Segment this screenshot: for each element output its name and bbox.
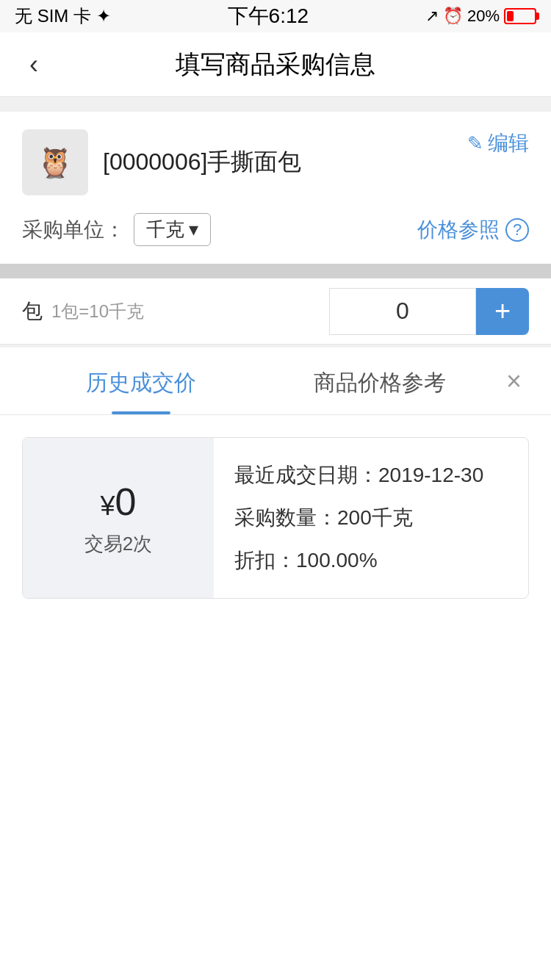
discount-value: 100.00% xyxy=(296,549,378,572)
quantity-input[interactable]: 0 xyxy=(329,288,476,335)
price-reference-button[interactable]: 价格参照 ? xyxy=(417,216,529,244)
help-icon: ? xyxy=(505,218,529,242)
discount-label: 折扣： xyxy=(234,549,296,572)
product-top-row: 🦉 [0000006]手撕面包 ✎ 编辑 xyxy=(22,129,529,195)
status-left: 无 SIM 卡 ✦ xyxy=(15,4,111,28)
currency-symbol: ¥ xyxy=(101,491,115,521)
header: ‹ 填写商品采购信息 xyxy=(0,32,551,97)
qty-value: 200千克 xyxy=(337,506,413,529)
divider xyxy=(0,264,551,278)
unit-dropdown-icon: ▾ xyxy=(189,218,198,241)
product-image: 🦉 xyxy=(22,129,88,195)
trade-date-row: 最近成交日期：2019-12-30 xyxy=(234,460,508,491)
page-title: 填写商品采购信息 xyxy=(176,48,375,82)
unit-selector[interactable]: 千克 ▾ xyxy=(134,213,211,246)
unit-value: 千克 xyxy=(146,217,184,242)
history-details: 最近成交日期：2019-12-30 采购数量：200千克 折扣：100.00% xyxy=(214,438,528,598)
date-label: 最近成交日期： xyxy=(234,464,378,486)
trade-count: 交易2次 xyxy=(84,531,152,557)
product-name: [0000006]手撕面包 xyxy=(103,146,301,179)
product-info: 🦉 [0000006]手撕面包 xyxy=(22,129,301,195)
quantity-label: 包 1包=10千克 xyxy=(22,298,144,325)
status-time: 下午6:12 xyxy=(228,2,309,30)
product-card: 🦉 [0000006]手撕面包 ✎ 编辑 采购单位： 千克 ▾ 价格参照 ? xyxy=(0,112,551,264)
quantity-row: 包 1包=10千克 0 + xyxy=(0,278,551,345)
history-price-value: ¥0 xyxy=(101,480,137,524)
location-icon: ↗ xyxy=(425,7,439,26)
plus-button[interactable]: + xyxy=(476,288,529,335)
close-button[interactable]: × xyxy=(499,359,529,404)
tab-history-price[interactable]: 历史成交价 xyxy=(22,347,260,414)
history-content: ¥0 交易2次 最近成交日期：2019-12-30 采购数量：200千克 折扣：… xyxy=(0,415,551,621)
history-price-summary: ¥0 交易2次 xyxy=(23,438,214,598)
status-bar: 无 SIM 卡 ✦ 下午6:12 ↗ ⏰ 20% xyxy=(0,0,551,32)
unit-conversion-text: 1包=10千克 xyxy=(51,300,144,323)
unit-label: 采购单位： xyxy=(22,216,125,244)
edit-button[interactable]: ✎ 编辑 xyxy=(467,129,529,157)
product-bottom-row: 采购单位： 千克 ▾ 价格参照 ? xyxy=(22,213,529,246)
quantity-controls: 0 + xyxy=(329,288,529,335)
purchase-qty-row: 采购数量：200千克 xyxy=(234,502,508,533)
status-right: ↗ ⏰ 20% xyxy=(425,7,536,26)
tab-product-price-ref[interactable]: 商品价格参考 xyxy=(260,347,498,414)
alarm-icon: ⏰ xyxy=(443,7,463,26)
battery-icon xyxy=(504,8,536,24)
battery-percent: 20% xyxy=(467,7,500,26)
discount-row: 折扣：100.00% xyxy=(234,545,508,576)
bottom-area xyxy=(0,621,551,980)
edit-icon: ✎ xyxy=(467,132,483,155)
back-button[interactable]: ‹ xyxy=(22,42,46,87)
unit-name: 包 xyxy=(22,298,43,325)
date-value: 2019-12-30 xyxy=(378,464,483,486)
product-logo-icon: 🦉 xyxy=(37,145,73,180)
edit-label: 编辑 xyxy=(488,129,529,157)
price-number: 0 xyxy=(115,480,137,523)
qty-label: 采购数量： xyxy=(234,506,337,529)
price-ref-label: 价格参照 xyxy=(417,216,500,244)
sim-status: 无 SIM 卡 ✦ xyxy=(15,4,111,28)
tabs-section: 历史成交价 商品价格参考 × ¥0 交易2次 最近成交日期：2019-12-30… xyxy=(0,347,551,621)
history-card: ¥0 交易2次 最近成交日期：2019-12-30 采购数量：200千克 折扣：… xyxy=(22,437,529,599)
tabs-header: 历史成交价 商品价格参考 × xyxy=(0,347,551,415)
unit-section: 采购单位： 千克 ▾ xyxy=(22,213,211,246)
